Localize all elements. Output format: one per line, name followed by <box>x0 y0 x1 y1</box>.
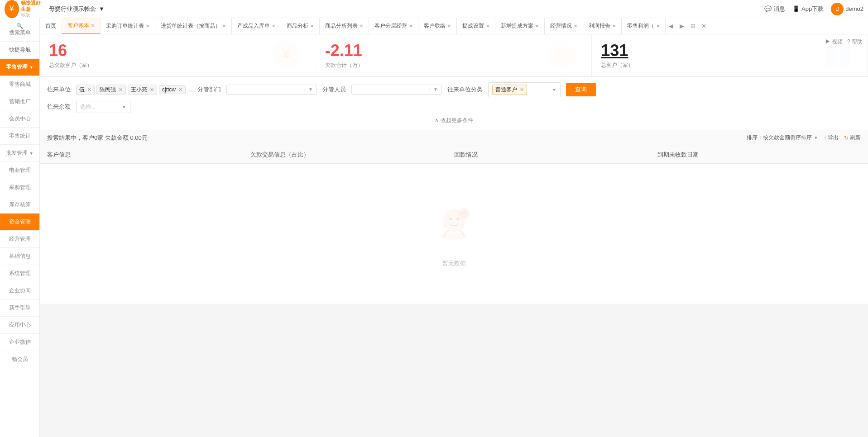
remove-tag-cjttcw-button[interactable]: ✕ <box>178 87 182 93</box>
tab-close-icon[interactable]: ✕ <box>447 24 451 28</box>
tab-more-button[interactable]: ⊞ <box>687 18 698 34</box>
person-clear-icon[interactable]: ··· <box>427 87 432 92</box>
user-profile[interactable]: D demo2 <box>831 3 863 15</box>
tab-close-icon[interactable]: ✕ <box>535 24 539 28</box>
messages-button[interactable]: 💬 消息 <box>764 5 785 13</box>
unit-category-label: 往来单位分类 <box>447 86 483 94</box>
query-button[interactable]: 查询 <box>566 83 596 96</box>
logo-text: 畅捷通好生意 标版 <box>21 0 44 17</box>
sidebar-item-quick-nav[interactable]: 快捷导航 <box>0 42 39 59</box>
main-content: ¥ 16 总欠款客户（家） <box>40 34 868 437</box>
result-actions: 排序：按欠款金额倒序排序 ▼ ↑ 导出 ↻ 刷新 <box>747 134 861 142</box>
unit-tag-chenminqiang: 陈民强 ✕ <box>96 85 126 95</box>
remove-tag-chenminqiang-button[interactable]: ✕ <box>119 87 123 93</box>
sidebar-item-ecommerce[interactable]: 电商管理 <box>0 162 39 179</box>
remove-category-tag-button[interactable]: ✕ <box>520 87 524 93</box>
chevron-down-icon: ▼ <box>29 151 34 156</box>
debt-bg-icon: ¥ <box>270 39 302 72</box>
more-tags-button[interactable]: ... <box>187 86 192 93</box>
dept-select[interactable]: ··· ▼ <box>226 85 317 95</box>
tab-stock-stats[interactable]: 进货单统计表（按商品） ✕ <box>155 18 232 34</box>
refresh-button[interactable]: ↻ 刷新 <box>844 134 861 142</box>
tab-goods-analysis[interactable]: 商品分析 ✕ <box>281 18 320 34</box>
sidebar-item-vip-member[interactable]: 畅会员 <box>0 351 39 368</box>
sidebar-item-wholesale-mgmt[interactable]: 批发管理 ▼ <box>0 145 39 162</box>
tab-business-status[interactable]: 经营情况 ✕ <box>545 18 583 34</box>
person-select[interactable]: ··· ▼ <box>351 85 442 95</box>
tab-new-achievement[interactable]: 新增提成方案 ✕ <box>495 18 545 34</box>
tab-profit-report[interactable]: 利润报告 ✕ <box>583 18 622 34</box>
tab-goods-analysis-list[interactable]: 商品分析列表 ✕ <box>320 18 369 34</box>
sidebar-item-new-guide[interactable]: 新手引导 <box>0 299 39 317</box>
tab-close-icon[interactable]: ✕ <box>574 24 577 28</box>
search-icon: 🔍 <box>16 23 23 29</box>
sidebar-item-retail-stats[interactable]: 零售统计 <box>0 128 39 145</box>
sidebar-item-funds-mgmt[interactable]: 资金管理 <box>0 214 39 231</box>
category-select[interactable]: 普通客户 ✕ ▼ <box>488 82 561 97</box>
tab-close-icon[interactable]: ✕ <box>486 24 489 28</box>
sidebar-item-marketing[interactable]: 营销推广 <box>0 93 39 110</box>
tab-close-icon[interactable]: ✕ <box>91 23 95 28</box>
sidebar-item-enterprise-wechat[interactable]: 企业微信 <box>0 334 39 351</box>
tab-home[interactable]: 首页 <box>40 18 62 34</box>
tab-close-icon[interactable]: ✕ <box>310 24 314 28</box>
tab-close-icon[interactable]: ✕ <box>612 24 616 28</box>
sidebar-item-purchase-mgmt[interactable]: 采购管理 <box>0 179 39 196</box>
sidebar-item-business-mgmt[interactable]: 经营管理 <box>0 231 39 248</box>
unit-filter-label: 往来单位 <box>47 86 71 94</box>
remove-tag-wu-button[interactable]: ✕ <box>87 87 91 93</box>
tab-close-icon[interactable]: ✕ <box>656 24 660 28</box>
balance-select[interactable]: 选择... ▼ <box>76 101 130 113</box>
sort-select[interactable]: 排序：按欠款金额倒序排序 ▼ <box>747 134 818 142</box>
sidebar-item-retail-mgmt[interactable]: 零售管理 ▼ <box>0 59 39 76</box>
debt-total-bg-icon <box>546 39 578 72</box>
sidebar-item-member-center[interactable]: 会员中心 <box>0 110 39 128</box>
sidebar-item-inventory[interactable]: 库存核算 <box>0 196 39 214</box>
tab-scroll-right-button[interactable]: ▶ <box>676 18 687 34</box>
tab-customers[interactable]: 客户账本 ✕ <box>62 18 101 34</box>
svg-point-12 <box>465 212 466 214</box>
sort-chevron-icon: ▼ <box>814 135 818 140</box>
video-button[interactable]: ▶ 视频 <box>825 38 843 46</box>
tab-close-icon[interactable]: ✕ <box>360 24 363 28</box>
dept-filter-label: 分管部门 <box>197 86 221 94</box>
avatar: D <box>831 3 844 15</box>
unit-tag-wangxiaoliang: 王小亮 ✕ <box>128 85 157 95</box>
unit-tag-cjttcw: cjttcw ✕ <box>159 85 186 94</box>
sidebar-item-enterprise-collab[interactable]: 企业协同 <box>0 282 39 299</box>
tab-purchase-orders[interactable]: 采购订单统计表 ✕ <box>101 18 155 34</box>
empty-text: 暂无数据 <box>442 259 466 267</box>
collapse-button[interactable]: ∧ 收起更多条件 <box>47 117 861 124</box>
tab-reminder-settings[interactable]: 提成设置 ✕ <box>457 18 495 34</box>
help-button[interactable]: ? 帮助 <box>847 38 863 46</box>
category-tag-normal: 普通客户 ✕ <box>492 85 527 95</box>
tab-retail-profit[interactable]: 零售利润（ ✕ <box>622 18 666 34</box>
export-button[interactable]: ↑ 导出 <box>824 134 839 142</box>
tab-customer-contact[interactable]: 客户联络 ✕ <box>418 18 457 34</box>
balance-filter-label: 往来余额 <box>47 103 71 111</box>
dept-clear-icon[interactable]: ··· <box>302 87 307 92</box>
col-header-debt: 欠款交易信息（占比） <box>250 151 454 159</box>
tab-close-icon[interactable]: ✕ <box>146 24 149 28</box>
sidebar-item-system-mgmt[interactable]: 系统管理 <box>0 265 39 282</box>
category-chevron-icon: ▼ <box>552 87 556 92</box>
app-download-button[interactable]: 📱 App下载 <box>792 5 824 13</box>
tab-customer-layer[interactable]: 客户分层经营 ✕ <box>369 18 418 34</box>
tab-close-icon[interactable]: ✕ <box>222 24 226 28</box>
tab-close-icon[interactable]: ✕ <box>272 24 275 28</box>
industry-selector[interactable]: 母婴行业演示帐套 ▼ <box>44 0 112 18</box>
sidebar-item-app-center[interactable]: 应用中心 <box>0 317 39 334</box>
svg-text:¥: ¥ <box>281 45 291 62</box>
tab-close-all-button[interactable]: ✕ <box>698 18 709 34</box>
sidebar-item-search[interactable]: 🔍 搜索菜单 <box>0 18 39 42</box>
empty-icon <box>432 200 477 254</box>
remove-tag-wangxiaoliang-button[interactable]: ✕ <box>150 87 154 93</box>
table-header: 客户信息 欠款交易信息（占比） 回款情况 到期未收款日期 <box>40 146 868 164</box>
tab-product-instock[interactable]: 产成品入库单 ✕ <box>232 18 281 34</box>
sidebar-item-retail-mall[interactable]: 零售商城 <box>0 76 39 93</box>
tab-close-icon[interactable]: ✕ <box>409 24 412 28</box>
debt-customers-label: 总欠款客户（家） <box>49 62 92 69</box>
debt-total-value: -2.11 <box>325 42 362 60</box>
sidebar-item-basic-info[interactable]: 基础信息 <box>0 248 39 265</box>
tab-scroll-left-button[interactable]: ◀ <box>666 18 676 34</box>
